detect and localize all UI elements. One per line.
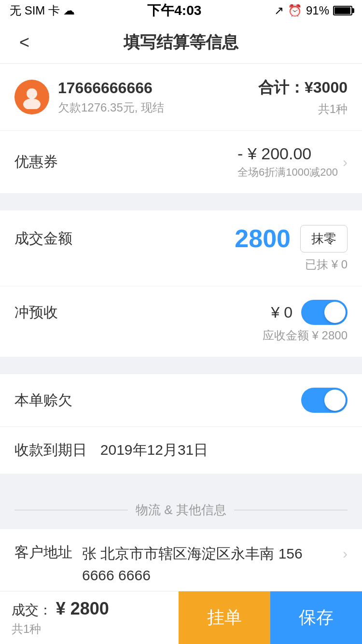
deal-amount-card: 成交金额 2800 抹零 已抹 ¥ 0 冲预收 ¥ 0 — [0, 210, 362, 357]
content-area: 17666666666 欠款1276.35元, 现结 合计：¥3000 共1种 … — [0, 64, 362, 644]
logistics-divider: 物流 & 其他信息 — [0, 491, 362, 529]
save-button[interactable]: 保存 — [270, 591, 362, 644]
svg-point-1 — [23, 98, 41, 109]
total-sub: 共1种 — [258, 101, 348, 117]
precollect-label: 冲预收 — [14, 303, 58, 322]
status-right: ↗ ⏰ 91% — [274, 4, 352, 17]
coupon-right: - ¥ 200.00 全场6折满1000减200 › — [237, 144, 348, 180]
deal-amount-value: 2800 — [235, 224, 291, 253]
bottom-amount-row: 成交： ¥ 2800 — [12, 599, 167, 619]
avatar-icon — [20, 85, 44, 109]
customer-sub: 欠款1276.35元, 现结 — [58, 100, 164, 115]
divider-line-right — [234, 510, 348, 510]
duedate-section: 收款到期日 2019年12月31日 — [0, 426, 362, 474]
duedate-label: 收款到期日 — [14, 442, 87, 458]
arrears-card: 本单赊欠 收款到期日 2019年12月31日 — [0, 374, 362, 474]
address-value: 张 北京市市辖区海淀区永丰南 156 6666 6666 — [82, 543, 338, 586]
customer-card: 17666666666 欠款1276.35元, 现结 合计：¥3000 共1种 … — [0, 64, 362, 193]
customer-row: 17666666666 欠款1276.35元, 现结 合计：¥3000 共1种 — [0, 64, 362, 131]
status-time: 下午4:03 — [147, 1, 201, 20]
alarm-icon: ⏰ — [288, 4, 302, 17]
deal-row: 成交金额 2800 抹零 — [14, 224, 348, 253]
nav-bar: < 填写结算等信息 — [0, 21, 362, 64]
bottom-amount-value: ¥ 2800 — [56, 599, 109, 618]
customer-left: 17666666666 欠款1276.35元, 现结 — [14, 79, 164, 115]
deal-label: 成交金额 — [14, 229, 72, 249]
address-label: 客户地址 — [14, 543, 72, 562]
precollect-toggle[interactable] — [301, 300, 348, 325]
deal-section: 成交金额 2800 抹零 已抹 ¥ 0 — [0, 210, 362, 286]
status-bar: 无 SIM 卡 ☁ 下午4:03 ↗ ⏰ 91% — [0, 0, 362, 21]
total-amount: 合计：¥3000 — [258, 77, 348, 98]
arrears-toggle-knob — [324, 390, 346, 411]
location-icon: ↗ — [274, 4, 284, 17]
divider-line-left — [14, 510, 128, 510]
bottom-summary-label: 成交： — [12, 602, 52, 617]
arrears-label: 本单赊欠 — [14, 391, 72, 410]
bottom-count: 共1种 — [12, 621, 167, 637]
customer-right: 合计：¥3000 共1种 — [258, 77, 348, 117]
address-section[interactable]: 客户地址 张 北京市市辖区海淀区永丰南 156 6666 6666 › — [0, 529, 362, 600]
precollect-toggle-knob — [324, 302, 346, 323]
page-title: 填写结算等信息 — [124, 31, 238, 54]
address-chevron-icon: › — [343, 546, 348, 562]
coupon-sub: 全场6折满1000减200 — [237, 165, 338, 180]
no-sim-text: 无 SIM 卡 ☁ — [10, 3, 75, 18]
arrears-row: 本单赊欠 — [14, 388, 348, 413]
battery-icon — [333, 6, 352, 15]
chevron-right-icon: › — [343, 154, 348, 170]
section-separator-1 — [0, 202, 362, 210]
arrears-toggle[interactable] — [301, 388, 348, 413]
precollect-row: 冲预收 ¥ 0 — [14, 300, 348, 325]
precollect-amount: ¥ 0 — [271, 304, 292, 322]
logistics-text: 物流 & 其他信息 — [136, 502, 226, 518]
back-button[interactable]: < — [14, 28, 34, 57]
precollect-right: ¥ 0 — [271, 300, 348, 325]
bottom-bar: 成交： ¥ 2800 共1种 挂单 保存 — [0, 591, 362, 644]
round-button[interactable]: 抹零 — [300, 225, 348, 252]
bottom-summary: 成交： ¥ 2800 共1种 — [0, 599, 179, 637]
precollect-section: 冲预收 ¥ 0 应收金额 ¥ 2800 — [0, 286, 362, 357]
precollect-sub: 应收金额 ¥ 2800 — [14, 328, 348, 343]
customer-phone: 17666666666 — [58, 79, 164, 97]
section-separator-2 — [0, 365, 362, 374]
deal-sub: 已抹 ¥ 0 — [14, 257, 348, 272]
section-separator-3 — [0, 482, 362, 491]
status-left: 无 SIM 卡 ☁ — [10, 3, 75, 18]
battery-text: 91% — [306, 4, 329, 17]
coupon-label: 优惠券 — [14, 152, 58, 172]
customer-info: 17666666666 欠款1276.35元, 现结 — [58, 79, 164, 115]
pending-button[interactable]: 挂单 — [179, 591, 270, 644]
arrears-toggle-container — [301, 388, 348, 413]
arrears-section: 本单赊欠 — [0, 374, 362, 426]
coupon-discount: - ¥ 200.00 — [237, 144, 338, 163]
avatar — [14, 80, 49, 114]
coupon-row[interactable]: 优惠券 - ¥ 200.00 全场6折满1000减200 › — [0, 131, 362, 193]
duedate-value: 2019年12月31日 — [100, 442, 208, 458]
precollect-toggle-container — [301, 300, 348, 325]
svg-point-0 — [27, 88, 37, 99]
address-card: 客户地址 张 北京市市辖区海淀区永丰南 156 6666 6666 › — [0, 529, 362, 600]
deal-right: 2800 抹零 — [235, 224, 348, 253]
